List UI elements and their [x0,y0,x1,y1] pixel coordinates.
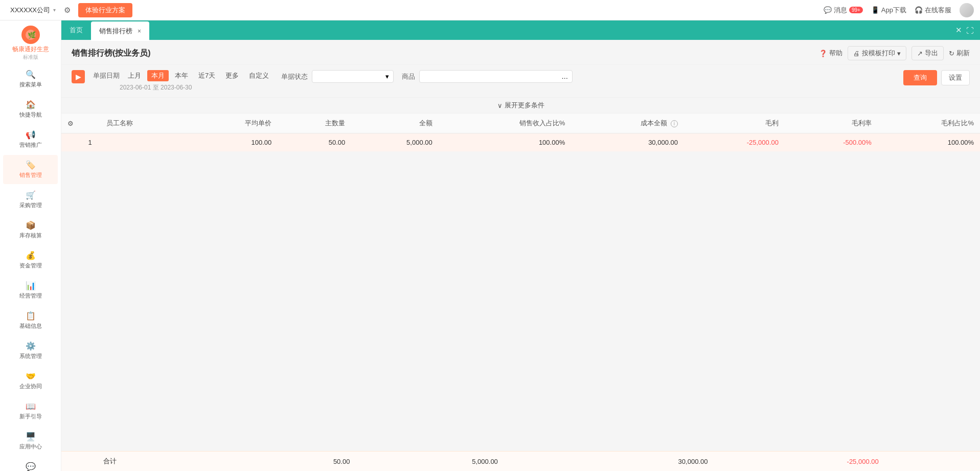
sidebar-item-appcenter[interactable]: 🖥️ 应用中心 [3,427,58,456]
export-button[interactable]: ↗ 导出 [911,46,944,60]
table-body: 1 100.00 50.00 5,000.00 100.00% 30,000.0… [61,133,980,152]
sidebar-item-system-label: 系统管理 [19,352,42,360]
date-label: 单据日期 [93,71,120,80]
cell-qty: 50.00 [278,133,351,152]
chevron-down-icon: ▾ [53,7,56,13]
tab-bar: 首页 销售排行榜 × ✕ ⛶ [61,20,980,40]
status-filter-group: 单据状态 ▾ [281,70,394,83]
settings-icon[interactable]: ⚙ [60,3,74,17]
help-icon: ❓ [819,50,827,57]
status-label: 单据状态 [281,72,308,81]
col-profit-pct[interactable]: 毛利占比% [878,114,980,133]
col-qty[interactable]: 主数量 [278,114,351,133]
avatar[interactable] [960,3,974,17]
svg-text:🌿: 🌿 [28,31,36,39]
search-icon: 🔍 [26,70,36,79]
date-tab-custom[interactable]: 自定义 [245,70,273,81]
export-label: 导出 [925,49,938,58]
footer-sales-pct-cell [504,452,552,471]
sidebar-item-quicknav-label: 快捷导航 [19,111,42,119]
avatar-image [960,3,974,17]
operations-icon: 📊 [26,281,36,290]
sidebar-item-quicknav[interactable]: 🏠 快捷导航 [3,95,58,124]
col-avg-price[interactable]: 平均单价 [189,114,278,133]
col-profit[interactable]: 毛利 [684,114,785,133]
date-tabs: 上月 本月 本年 近7天 更多 自定义 [124,70,273,81]
sidebar-item-wechat[interactable]: 💬 企业微信 [3,457,58,471]
footer-avg-price-cell [196,452,244,471]
data-table: ⚙ 员工名称 平均单价 主数量 全额 销售收入占比% 成本全额 i 毛利 [61,114,980,151]
sidebar-item-guide[interactable]: 📖 新手引导 [3,396,58,425]
top-bar: XXXXXX公司 ▾ ⚙ 体验行业方案 💬 消息 99+ 📱 App下载 🎧 在… [0,0,980,20]
date-tab-last-month[interactable]: 上月 [124,70,145,81]
col-profit-rate[interactable]: 毛利率 [785,114,878,133]
sidebar-item-purchase[interactable]: 🛒 采购管理 [3,185,58,214]
cost-info-icon[interactable]: i [671,120,678,127]
expand-arrow[interactable]: ▶ [72,70,85,83]
cell-sales-pct: 100.00% [439,133,571,152]
sidebar-item-marketing-label: 营销推广 [19,141,42,149]
sidebar-item-system[interactable]: ⚙️ 系统管理 [3,336,58,365]
footer-settings-cell [61,452,77,471]
tab-ranking[interactable]: 销售排行榜 × [91,21,149,41]
cell-profit-rate: -500.00% [785,133,878,152]
sidebar-item-search[interactable]: 🔍 搜索菜单 [3,64,58,94]
sidebar-item-operations[interactable]: 📊 经营管理 [3,276,58,305]
expand-more-button[interactable]: ∨ 展开更多条件 [497,101,544,110]
date-tab-more[interactable]: 更多 [221,70,243,81]
table-wrap: ⚙ 员工名称 平均单价 主数量 全额 销售收入占比% 成本全额 i 毛利 [61,114,980,451]
col-settings[interactable]: ⚙ [61,114,80,133]
col-amount[interactable]: 全额 [351,114,438,133]
online-service-button[interactable]: 🎧 在线客服 [915,6,951,15]
window-expand-icon[interactable]: ⛶ [966,26,974,35]
status-select[interactable]: ▾ [312,70,394,83]
expand-arrow-btn[interactable]: ▶ [72,70,85,83]
settings-button[interactable]: 设置 [941,70,970,85]
date-filter-group: 单据日期 上月 本月 本年 近7天 更多 自定义 2023-06-01 至 20… [93,70,273,92]
page-title: 销售排行榜(按业务员) [72,48,151,59]
footer-profit-pct-cell [932,452,980,471]
company-selector[interactable]: XXXXXX公司 ▾ [6,4,60,17]
help-button[interactable]: ❓ 帮助 [819,49,842,58]
tab-close-icon[interactable]: × [138,28,141,35]
sidebar-item-inventory[interactable]: 📦 库存核算 [3,215,58,244]
sidebar-item-inventory-label: 库存核算 [19,232,42,239]
date-tab-this-year[interactable]: 本年 [171,70,192,81]
filter-bar: ▶ 单据日期 上月 本月 本年 近7天 更多 自定义 2 [61,65,980,98]
message-button[interactable]: 💬 消息 99+ [824,6,863,15]
refresh-button[interactable]: ↻ 刷新 [949,49,970,58]
col-name[interactable]: 员工名称 [100,114,189,133]
sidebar-item-marketing[interactable]: 📢 营销推广 [3,125,58,154]
print-button[interactable]: 🖨 按模板打印 ▾ [848,46,906,60]
tab-home[interactable]: 首页 [61,20,91,40]
date-tab-this-month[interactable]: 本月 [147,70,169,81]
trial-button[interactable]: 体验行业方案 [78,3,132,17]
sidebar-item-sales[interactable]: 🏷️ 销售管理 [3,155,58,184]
footer-profit-cell: -25,000.00 [714,452,884,471]
app-download-button[interactable]: 📱 App下载 [871,6,906,15]
col-sales-pct[interactable]: 销售收入占比% [439,114,571,133]
goods-label: 商品 [402,72,415,81]
app-download-label: App下载 [881,6,906,15]
basicinfo-icon: 📋 [26,311,36,321]
page-header: 销售排行榜(按业务员) ❓ 帮助 🖨 按模板打印 ▾ ↗ 导出 [61,40,980,65]
purchase-icon: 🛒 [26,190,36,200]
window-close-icon[interactable]: ✕ [955,26,962,35]
sidebar-item-finance-label: 资金管理 [19,262,42,270]
print-icon: 🖨 [853,50,860,57]
finance-icon: 💰 [26,251,36,260]
sidebar-item-basicinfo[interactable]: 📋 基础信息 [3,306,58,335]
message-label: 消息 [834,6,847,15]
goods-filter-group: 商品 … [402,70,573,83]
sidebar-item-collab[interactable]: 🤝 企业协同 [3,366,58,395]
cell-name [100,133,189,152]
date-tab-7days[interactable]: 近7天 [194,70,219,81]
goods-input[interactable]: … [419,70,573,83]
col-cost[interactable]: 成本全额 i [571,114,684,133]
col-seq [80,114,100,133]
table-row: 1 100.00 50.00 5,000.00 100.00% 30,000.0… [61,133,980,152]
bottom-total: 合计 50.00 5,000.00 30,000.00 -25,000.00 [61,451,980,471]
sidebar-item-finance[interactable]: 💰 资金管理 [3,245,58,275]
expand-row: ∨ 展开更多条件 [61,98,980,114]
query-button[interactable]: 查询 [903,70,937,85]
